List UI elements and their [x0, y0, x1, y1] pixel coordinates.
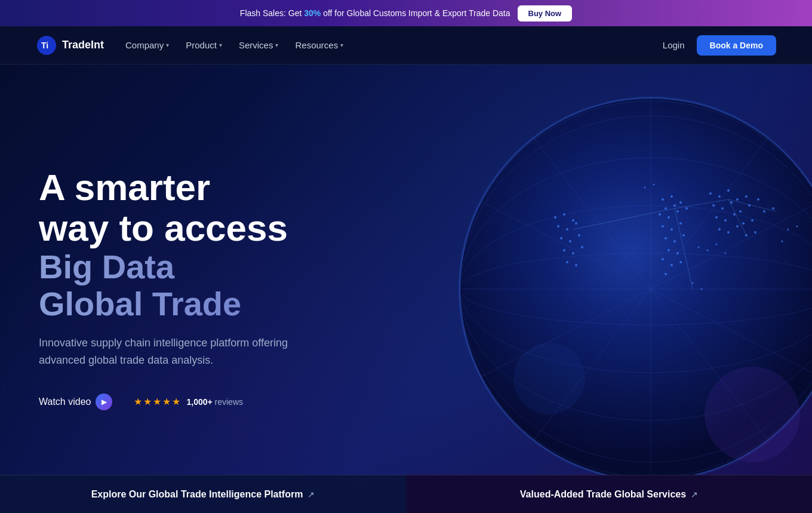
- bottom-bar-explore[interactable]: Explore Our Global Trade Intelligence Pl…: [0, 475, 406, 513]
- svg-point-64: [566, 228, 568, 231]
- buy-now-button[interactable]: Buy Now: [518, 5, 573, 21]
- svg-text:Ti: Ti: [41, 41, 48, 50]
- hero-animated-text-1: Big Data: [39, 248, 319, 285]
- svg-point-48: [715, 216, 718, 219]
- svg-point-84: [782, 240, 783, 242]
- svg-point-62: [572, 219, 574, 222]
- svg-point-74: [698, 246, 700, 248]
- nav-links: Company ▾ Product ▾ Services ▾ Resources: [125, 40, 343, 50]
- star-2: ★: [143, 396, 152, 407]
- hero-subtitle: Innovative supply chain intelligence pla…: [39, 334, 319, 370]
- nav-item-services[interactable]: Services ▾: [239, 40, 279, 50]
- svg-point-18: [679, 201, 682, 204]
- bottom-bar: Explore Our Global Trade Intelligence Pl…: [0, 475, 812, 513]
- nav-right: Login Book a Demo: [663, 35, 776, 56]
- svg-point-56: [727, 231, 730, 234]
- hero-animated-text-2: Global Trade: [39, 285, 319, 322]
- svg-point-80: [692, 282, 694, 284]
- svg-point-24: [685, 207, 688, 210]
- watch-video-button[interactable]: Watch video ▶: [39, 394, 112, 410]
- main-nav: Ti TradeInt Company ▾ Product ▾ Services: [0, 26, 812, 64]
- chevron-down-icon: ▾: [275, 42, 278, 48]
- svg-point-72: [566, 261, 568, 263]
- svg-point-28: [665, 237, 667, 239]
- svg-point-45: [739, 210, 742, 213]
- svg-point-41: [745, 195, 748, 198]
- svg-point-20: [673, 204, 676, 207]
- svg-point-22: [668, 216, 670, 219]
- star-1: ★: [134, 396, 142, 407]
- reviews-text: 1,000+ reviews: [186, 397, 243, 407]
- svg-point-32: [676, 252, 679, 254]
- arrow-icon-left: ↗: [307, 490, 315, 499]
- svg-point-92: [705, 367, 800, 462]
- hero-section: A smarter way to access Big Data Global …: [0, 64, 812, 513]
- hero-actions: Watch video ▶ ★ ★ ★ ★ ★ 1,000+ reviews: [39, 394, 319, 410]
- svg-point-42: [712, 204, 715, 207]
- svg-point-69: [563, 249, 565, 251]
- svg-point-37: [709, 192, 712, 195]
- svg-point-83: [796, 225, 798, 227]
- globe-visualization: [442, 80, 812, 498]
- svg-point-61: [563, 213, 565, 216]
- bottom-bar-services[interactable]: Valued-Added Trade Global Services ↗: [406, 475, 812, 513]
- svg-point-33: [662, 258, 664, 260]
- svg-point-27: [679, 222, 682, 225]
- svg-point-68: [578, 234, 580, 236]
- svg-point-79: [653, 183, 655, 185]
- svg-point-25: [662, 225, 664, 228]
- svg-point-16: [662, 198, 664, 201]
- svg-point-43: [721, 207, 724, 210]
- nav-left: Ti TradeInt Company ▾ Product ▾ Services: [36, 35, 343, 56]
- svg-point-51: [742, 222, 745, 225]
- star-3: ★: [153, 396, 161, 407]
- svg-point-31: [668, 249, 670, 251]
- svg-point-78: [644, 186, 646, 188]
- svg-point-65: [575, 222, 577, 225]
- svg-point-71: [581, 246, 583, 248]
- svg-point-93: [513, 343, 585, 414]
- svg-point-53: [763, 210, 765, 213]
- svg-point-66: [560, 237, 562, 239]
- hero-content: A smarter way to access Big Data Global …: [0, 119, 358, 458]
- svg-point-34: [670, 264, 673, 266]
- play-icon: ▶: [96, 394, 112, 410]
- svg-point-38: [718, 195, 721, 198]
- svg-point-35: [679, 261, 682, 263]
- logo-link[interactable]: Ti TradeInt: [36, 35, 104, 56]
- svg-point-54: [772, 207, 774, 210]
- svg-point-70: [572, 252, 574, 254]
- svg-point-73: [575, 264, 577, 266]
- banner-text: Flash Sales: Get 30% off for Global Cust…: [240, 8, 510, 18]
- svg-point-77: [725, 252, 727, 254]
- svg-point-55: [718, 228, 721, 231]
- svg-point-63: [557, 225, 559, 228]
- chevron-down-icon: ▾: [340, 42, 343, 48]
- star-rating: ★ ★ ★ ★ ★: [134, 396, 180, 407]
- svg-point-39: [727, 189, 730, 192]
- top-banner: Flash Sales: Get 30% off for Global Cust…: [0, 0, 812, 26]
- hero-title: A smarter way to access Big Data Global …: [39, 167, 319, 322]
- svg-point-82: [788, 228, 789, 230]
- nav-item-product[interactable]: Product ▾: [186, 40, 222, 50]
- nav-item-company[interactable]: Company ▾: [125, 40, 169, 50]
- svg-point-21: [659, 213, 661, 216]
- svg-point-81: [701, 288, 703, 290]
- login-button[interactable]: Login: [663, 40, 685, 50]
- svg-point-76: [716, 243, 718, 245]
- svg-point-59: [754, 231, 756, 234]
- svg-point-23: [676, 210, 679, 213]
- svg-point-49: [724, 219, 727, 222]
- chevron-down-icon: ▾: [219, 42, 222, 48]
- star-5: ★: [172, 396, 180, 407]
- nav-item-resources[interactable]: Resources ▾: [295, 40, 343, 50]
- svg-point-40: [736, 198, 739, 201]
- svg-point-29: [673, 240, 676, 242]
- chevron-down-icon: ▾: [166, 42, 169, 48]
- svg-point-36: [665, 273, 667, 275]
- book-demo-button[interactable]: Book a Demo: [697, 35, 776, 56]
- logo-icon: Ti: [36, 35, 57, 56]
- svg-point-19: [665, 207, 667, 210]
- svg-point-47: [757, 198, 759, 201]
- svg-point-30: [682, 234, 685, 236]
